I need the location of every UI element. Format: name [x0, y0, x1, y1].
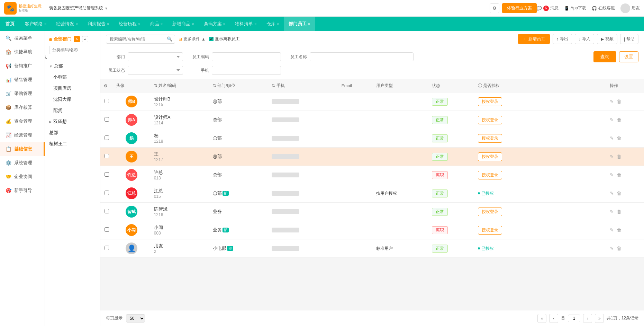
next-page-btn[interactable]: ›	[583, 314, 592, 323]
prev-page-btn[interactable]: ‹	[549, 314, 558, 323]
gear-button[interactable]: ⚙	[490, 3, 499, 13]
edit-icon[interactable]: ✎	[610, 135, 614, 141]
edit-icon[interactable]: ✎	[610, 246, 614, 251]
auth-login-btn[interactable]: 授权登录	[478, 134, 502, 143]
tab-home[interactable]: 首页	[0, 17, 20, 31]
tab-profit[interactable]: 利润报告 ×	[83, 17, 114, 31]
sidebar-item-nav[interactable]: 🏠 快捷导航	[0, 45, 45, 59]
tab-history[interactable]: 经营历程 ×	[114, 17, 145, 31]
edit-icon[interactable]: ✎	[610, 99, 614, 104]
close-icon[interactable]: ×	[44, 22, 46, 26]
per-page-select[interactable]: 50 100	[126, 314, 145, 323]
more-conditions-btn[interactable]: ⊟ 更多条件 ▲	[179, 36, 206, 42]
row-checkbox[interactable]	[105, 246, 109, 250]
row-select-cell[interactable]	[100, 203, 113, 221]
mobile-input[interactable]	[212, 66, 281, 75]
tab-operation[interactable]: 经营情况 ×	[51, 17, 82, 31]
view-button[interactable]: ▶ 视频	[597, 34, 617, 44]
row-select-cell[interactable]	[100, 184, 113, 203]
sidebar-item-operation[interactable]: 📈 经营管理	[0, 128, 45, 142]
delete-icon[interactable]: 🗑	[617, 191, 622, 196]
close-icon[interactable]: ×	[192, 22, 194, 26]
row-select-cell[interactable]	[100, 221, 113, 239]
row-auth-cell[interactable]: 授权登录	[474, 166, 537, 184]
row-checkbox[interactable]	[105, 117, 109, 122]
delete-icon[interactable]: 🗑	[617, 135, 622, 141]
edit-icon[interactable]: ✎	[610, 172, 614, 178]
row-select-cell[interactable]	[100, 111, 113, 129]
sidebar-item-marketing[interactable]: 📢 营销推广	[0, 59, 45, 73]
tree-item-shuangmiao[interactable]: ▶ 双庙想	[45, 116, 100, 127]
tree-item-peihuo[interactable]: 配货	[45, 105, 100, 116]
sidebar-item-finance[interactable]: 💰 资金管理	[0, 114, 45, 128]
show-resigned-checkbox[interactable]	[209, 37, 214, 41]
search-input[interactable]	[106, 35, 175, 44]
row-select-cell[interactable]	[100, 129, 113, 148]
tab-add-goods[interactable]: 新增商品 ×	[167, 17, 199, 31]
tab-customer[interactable]: 客户联络 ×	[20, 17, 51, 31]
import-button[interactable]: ↓ 导入	[575, 34, 594, 44]
sidebar-item-system[interactable]: ⚙️ 系统管理	[0, 156, 45, 170]
row-checkbox[interactable]	[105, 209, 109, 213]
row-select-cell[interactable]	[100, 92, 113, 111]
row-auth-cell[interactable]: 授权登录	[474, 111, 537, 129]
close-icon[interactable]: ×	[277, 22, 279, 26]
tab-warehouse[interactable]: 仓库 ×	[262, 17, 284, 31]
collapse-tree-btn[interactable]: «	[82, 36, 88, 42]
auth-login-btn[interactable]: 授权登录	[478, 171, 502, 179]
tab-goods[interactable]: 商品 ×	[145, 17, 167, 31]
sidebar-item-search[interactable]: 🔍 搜索菜单	[0, 31, 45, 45]
delete-icon[interactable]: 🗑	[617, 117, 622, 123]
close-icon[interactable]: ×	[107, 22, 109, 26]
auth-login-btn[interactable]: 授权登录	[478, 116, 502, 124]
edit-icon[interactable]: ✎	[610, 209, 614, 214]
delete-icon[interactable]: 🗑	[617, 172, 622, 178]
tree-item-zongbu-root[interactable]: ▼ 总部	[45, 61, 100, 72]
edit-icon[interactable]: ✎	[610, 154, 614, 159]
sidebar-item-guide[interactable]: 🎯 新手引导	[0, 184, 45, 197]
user-profile-btn[interactable]: 用友	[620, 3, 640, 13]
row-select-cell[interactable]	[100, 148, 113, 166]
row-auth-cell[interactable]: 授权登录	[474, 148, 537, 166]
close-icon[interactable]: ×	[161, 22, 163, 26]
row-checkbox[interactable]	[105, 135, 109, 140]
auth-login-btn[interactable]: 授权登录	[478, 226, 502, 235]
first-page-btn[interactable]: «	[537, 314, 546, 323]
delete-icon[interactable]: 🗑	[617, 227, 622, 233]
add-employee-button[interactable]: ＋ 新增员工	[518, 34, 550, 44]
tree-item-xiaodian[interactable]: 小电部	[45, 72, 100, 83]
sidebar-item-collab[interactable]: 🤝 企业协同	[0, 170, 45, 184]
row-checkbox[interactable]	[105, 172, 109, 177]
app-download-btn[interactable]: 📱 App下载	[564, 5, 586, 11]
row-auth-cell[interactable]: 授权登录	[474, 221, 537, 239]
dept-search-input[interactable]	[49, 46, 100, 54]
edit-icon[interactable]: ✎	[610, 191, 614, 196]
row-checkbox[interactable]	[105, 99, 109, 103]
delete-icon[interactable]: 🗑	[617, 209, 622, 214]
close-icon[interactable]: ×	[75, 22, 78, 26]
row-auth-cell[interactable]: 授权登录	[474, 129, 537, 148]
auth-login-btn[interactable]: 授权登录	[478, 152, 502, 161]
sidebar-item-sales[interactable]: 📊 销售管理	[0, 73, 45, 87]
delete-icon[interactable]: 🗑	[617, 99, 622, 104]
page-input[interactable]	[568, 315, 580, 322]
auth-login-btn[interactable]: 授权登录	[478, 97, 502, 106]
close-icon[interactable]: ×	[254, 22, 256, 26]
show-resigned-label[interactable]: 显示离职员工	[209, 36, 240, 42]
query-button[interactable]: 查询	[593, 51, 616, 62]
row-checkbox[interactable]	[105, 227, 109, 232]
tree-item-zhishu[interactable]: 植树王二	[45, 138, 100, 149]
export-button[interactable]: ↑ 导出	[553, 34, 572, 44]
employee-code-input[interactable]	[212, 52, 281, 61]
tab-bom[interactable]: 物料清单 ×	[230, 17, 261, 31]
sidebar-item-purchase[interactable]: 🛒 采购管理	[0, 87, 45, 100]
close-icon[interactable]: ×	[223, 22, 225, 26]
tab-dept-staff[interactable]: 部门员工 ×	[284, 17, 315, 31]
close-icon[interactable]: ×	[138, 22, 140, 26]
tree-item-shenyang[interactable]: 沈阳大库	[45, 94, 100, 105]
row-auth-cell[interactable]: 授权登录	[474, 203, 537, 221]
row-checkbox[interactable]	[105, 191, 109, 195]
trial-button[interactable]: 体验行业方案	[502, 3, 537, 13]
row-select-cell[interactable]	[100, 166, 113, 184]
last-page-btn[interactable]: »	[595, 314, 604, 323]
